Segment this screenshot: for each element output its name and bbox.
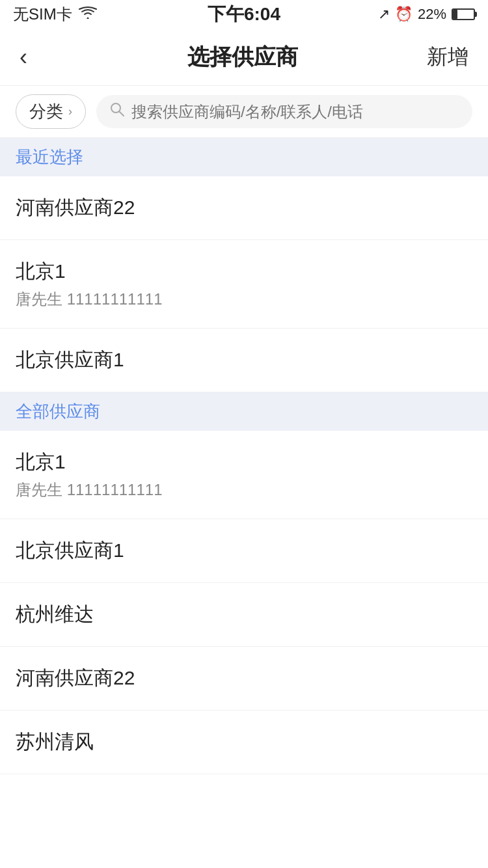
category-button[interactable]: 分类 › <box>16 94 86 129</box>
add-button[interactable]: 新增 <box>427 43 468 72</box>
item-name: 北京供应商1 <box>16 347 472 373</box>
wifi-icon <box>79 5 97 23</box>
section-header-1: 全部供应商 <box>0 392 488 431</box>
back-button[interactable]: ‹ <box>20 44 59 71</box>
list-item[interactable]: 北京供应商1 <box>0 329 488 392</box>
search-box[interactable] <box>96 95 472 128</box>
list-item[interactable]: 苏州清风 <box>0 711 488 774</box>
list-item[interactable]: 北京供应商1 <box>0 519 488 583</box>
item-name: 河南供应商22 <box>16 195 472 221</box>
item-name: 苏州清风 <box>16 729 472 755</box>
list-item[interactable]: 河南供应商22 <box>0 176 488 240</box>
svg-line-1 <box>120 112 124 116</box>
item-name: 杭州维达 <box>16 601 472 628</box>
battery-icon <box>452 8 475 20</box>
section-header-0: 最近选择 <box>0 138 488 176</box>
chevron-right-icon: › <box>68 105 72 118</box>
search-input[interactable] <box>131 103 459 121</box>
nav-bar: ‹ 选择供应商 新增 <box>0 29 488 86</box>
item-name: 北京1 <box>16 449 472 476</box>
item-sub: 唐先生 11111111111 <box>16 289 472 310</box>
alarm-icon: ⏰ <box>395 6 413 23</box>
list-item[interactable]: 河南供应商22 <box>0 647 488 711</box>
item-sub: 唐先生 11111111111 <box>16 480 472 500</box>
search-icon <box>109 102 125 122</box>
no-sim-label: 无SIM卡 <box>13 4 72 25</box>
page-title: 选择供应商 <box>187 42 298 72</box>
item-name: 北京供应商1 <box>16 537 472 564</box>
list-item[interactable]: 北京1唐先生 11111111111 <box>0 431 488 519</box>
status-right: ↗ ⏰ 22% <box>378 6 475 23</box>
battery-percent: 22% <box>418 6 446 23</box>
list-item[interactable]: 杭州维达 <box>0 583 488 647</box>
filter-bar: 分类 › <box>0 86 488 138</box>
location-icon: ↗ <box>378 6 390 23</box>
item-name: 河南供应商22 <box>16 665 472 692</box>
supplier-list: 最近选择河南供应商22北京1唐先生 11111111111北京供应商1全部供应商… <box>0 138 488 774</box>
status-left: 无SIM卡 <box>13 4 97 25</box>
category-label: 分类 <box>29 100 63 123</box>
item-name: 北京1 <box>16 258 472 285</box>
status-time: 下午6:04 <box>208 2 280 27</box>
status-bar: 无SIM卡 下午6:04 ↗ ⏰ 22% <box>0 0 488 29</box>
list-item[interactable]: 北京1唐先生 11111111111 <box>0 240 488 329</box>
